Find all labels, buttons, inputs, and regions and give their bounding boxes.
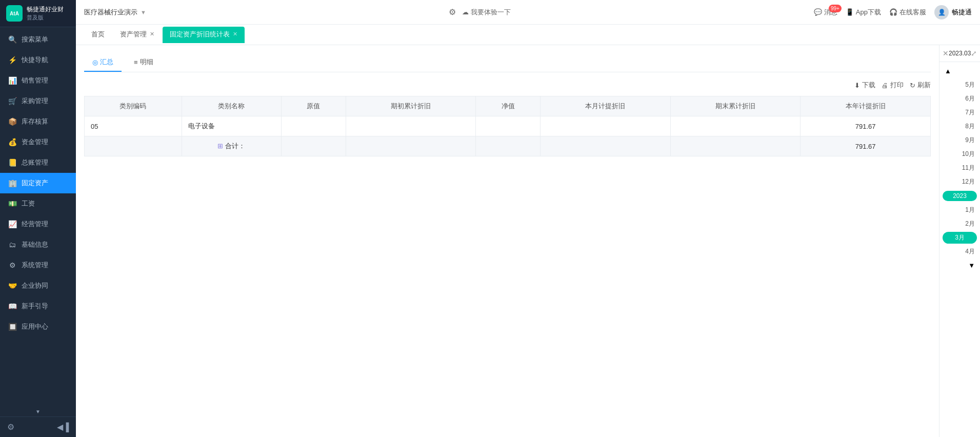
panel-title: 2023.03 bbox=[949, 50, 971, 57]
guide-icon: 📖 bbox=[7, 301, 17, 311]
message-button[interactable]: 💬 消息 99+ bbox=[814, 8, 837, 17]
refresh-button[interactable]: ↻ 刷新 bbox=[910, 81, 931, 90]
tab-home[interactable]: 首页 bbox=[84, 27, 112, 43]
col-header: 原值 bbox=[282, 96, 346, 116]
logo-icon: AtA bbox=[6, 5, 23, 22]
total-row: ⊞合计：791.67 bbox=[85, 136, 931, 156]
sidebar-item-collab[interactable]: 🤝 企业协同 bbox=[0, 275, 76, 296]
sidebar-item-system[interactable]: ⚙ 系统管理 bbox=[0, 255, 76, 275]
tab-depreciation[interactable]: 固定资产折旧统计表✕ bbox=[163, 27, 245, 43]
month-item[interactable]: 1月 bbox=[939, 203, 980, 217]
logo-text: 畅捷通好业财 普及版 bbox=[27, 6, 64, 21]
sub-tab-summary[interactable]: ◎ 汇总 bbox=[84, 53, 122, 72]
page-content: ◎ 汇总 ≡ 明细 ⬇ 下载 🖨 打印 ↻ 刷新 bbox=[76, 45, 980, 437]
month-item[interactable]: 4月 bbox=[939, 245, 980, 259]
total-cell bbox=[541, 136, 671, 156]
collapse-icon[interactable]: ◀▐ bbox=[57, 422, 69, 432]
sidebar-item-search[interactable]: 🔍 搜索菜单 bbox=[0, 29, 76, 50]
month-item[interactable]: 10月 bbox=[939, 147, 980, 161]
sidebar-item-assets[interactable]: 🏢 固定资产 bbox=[0, 173, 76, 193]
trial-button[interactable]: ☁ 我要体验一下 bbox=[462, 8, 511, 17]
month-item[interactable]: 11月 bbox=[939, 161, 980, 175]
sidebar-item-apps[interactable]: 🔲 应用中心 bbox=[0, 316, 76, 337]
sidebar: AtA 畅捷通好业财 普及版 🔍 搜索菜单 ⚡ 快捷导航 📊 销售管理 🛒 采购… bbox=[0, 0, 76, 437]
panel-nav-top: ▲ bbox=[939, 64, 980, 78]
sidebar-label-system: 系统管理 bbox=[22, 261, 48, 270]
logo-sub: 普及版 bbox=[27, 14, 64, 21]
sidebar-item-finance[interactable]: 💰 资金管理 bbox=[0, 132, 76, 152]
sidebar-label-apps: 应用中心 bbox=[22, 322, 48, 331]
table-cell: 791.67 bbox=[801, 116, 931, 136]
sidebar-label-inventory: 库存核算 bbox=[22, 117, 48, 126]
sidebar-footer: ⚙ ◀▐ bbox=[0, 416, 76, 437]
download-label: 下载 bbox=[862, 81, 875, 90]
total-cell: ⊞合计： bbox=[182, 136, 282, 156]
logo-name: 畅捷通好业财 bbox=[27, 6, 64, 14]
sidebar-scroll: ▼ bbox=[0, 407, 76, 416]
finance-icon: 💰 bbox=[7, 137, 17, 147]
company-selector[interactable]: 医疗器械行业演示 ▼ bbox=[84, 8, 146, 17]
sidebar-item-basic[interactable]: 🗂 基础信息 bbox=[0, 234, 76, 255]
refresh-label: 刷新 bbox=[917, 81, 931, 90]
app-download-button[interactable]: 📱 App下载 bbox=[846, 8, 881, 17]
sidebar-label-collab: 企业协同 bbox=[22, 281, 48, 290]
tab-assets_mgmt[interactable]: 资产管理✕ bbox=[113, 27, 162, 43]
sidebar-label-operations: 经营管理 bbox=[22, 220, 48, 229]
sidebar-label-assets: 固定资产 bbox=[22, 178, 48, 188]
table-cell: 05 bbox=[85, 116, 182, 136]
sub-tab-detail[interactable]: ≡ 明细 bbox=[126, 53, 162, 72]
quicknav-icon: ⚡ bbox=[7, 55, 17, 65]
download-button[interactable]: ⬇ 下载 bbox=[854, 81, 875, 90]
depreciation-table: 类别编码类别名称原值期初累计折旧净值本月计提折旧期末累计折旧本年计提折旧 05电… bbox=[84, 96, 931, 156]
month-item[interactable]: 2月 bbox=[939, 217, 980, 231]
nav-down-arrow[interactable]: ▼ bbox=[968, 262, 975, 269]
sidebar-item-guide[interactable]: 📖 新手引导 bbox=[0, 296, 76, 316]
table-cell bbox=[541, 116, 671, 136]
refresh-icon: ↻ bbox=[910, 82, 915, 89]
sidebar-item-ledger[interactable]: 📒 总账管理 bbox=[0, 152, 76, 173]
month-item[interactable]: 8月 bbox=[939, 120, 980, 133]
search-icon: 🔍 bbox=[7, 34, 17, 45]
tab-close-assets_mgmt[interactable]: ✕ bbox=[150, 31, 154, 37]
report-toolbar: ⬇ 下载 🖨 打印 ↻ 刷新 bbox=[84, 81, 931, 90]
sidebar-label-basic: 基础信息 bbox=[22, 240, 48, 249]
cloud-icon: ☁ bbox=[462, 8, 469, 16]
panel-close-icon[interactable]: ✕ bbox=[943, 49, 949, 57]
month-item[interactable]: 9月 bbox=[939, 133, 980, 147]
total-cell bbox=[85, 136, 182, 156]
panel-expand-icon[interactable]: ⤢ bbox=[971, 49, 977, 57]
month-item[interactable]: 6月 bbox=[939, 92, 980, 106]
payroll-icon: 💵 bbox=[7, 198, 17, 209]
tab-close-depreciation[interactable]: ✕ bbox=[233, 31, 237, 37]
year-badge[interactable]: 2023 bbox=[943, 191, 977, 201]
user-avatar: 👤 bbox=[934, 5, 949, 19]
sub-tab-label-summary: 汇总 bbox=[100, 57, 113, 67]
date-list: ▲5月6月7月8月9月10月11月12月20231月2月3月4月▼ bbox=[939, 62, 980, 437]
col-header: 净值 bbox=[476, 96, 541, 116]
sidebar-item-operations[interactable]: 📈 经营管理 bbox=[0, 214, 76, 234]
sidebar-item-purchase[interactable]: 🛒 采购管理 bbox=[0, 91, 76, 111]
month-item[interactable]: 12月 bbox=[939, 175, 980, 189]
print-button[interactable]: 🖨 打印 bbox=[882, 81, 904, 90]
sidebar-label-quicknav: 快捷导航 bbox=[22, 55, 48, 65]
sidebar-item-inventory[interactable]: 📦 库存核算 bbox=[0, 111, 76, 132]
sidebar-label-purchase: 采购管理 bbox=[22, 96, 48, 106]
sidebar-item-sales[interactable]: 📊 销售管理 bbox=[0, 70, 76, 91]
settings-icon[interactable]: ⚙ bbox=[7, 422, 14, 432]
online-service-button[interactable]: 🎧 在线客服 bbox=[889, 8, 926, 17]
month-item[interactable]: 5月 bbox=[939, 78, 980, 92]
total-cell bbox=[476, 136, 541, 156]
user-menu[interactable]: 👤 畅捷通 bbox=[934, 5, 972, 19]
table-cell bbox=[346, 116, 476, 136]
sidebar-item-quicknav[interactable]: ⚡ 快捷导航 bbox=[0, 50, 76, 70]
nav-up-arrow[interactable]: ▲ bbox=[945, 67, 951, 75]
month-item[interactable]: 3月 bbox=[943, 232, 977, 244]
total-icon: ⊞ bbox=[217, 142, 223, 150]
sidebar-item-payroll[interactable]: 💵 工资 bbox=[0, 193, 76, 214]
settings-gear-icon[interactable]: ⚙ bbox=[449, 7, 456, 17]
col-header: 类别名称 bbox=[182, 96, 282, 116]
sidebar-logo: AtA 畅捷通好业财 普及版 bbox=[0, 0, 76, 27]
month-item[interactable]: 7月 bbox=[939, 106, 980, 120]
sub-tab-icon-summary: ◎ bbox=[92, 58, 98, 66]
assets-icon: 🏢 bbox=[7, 178, 17, 188]
